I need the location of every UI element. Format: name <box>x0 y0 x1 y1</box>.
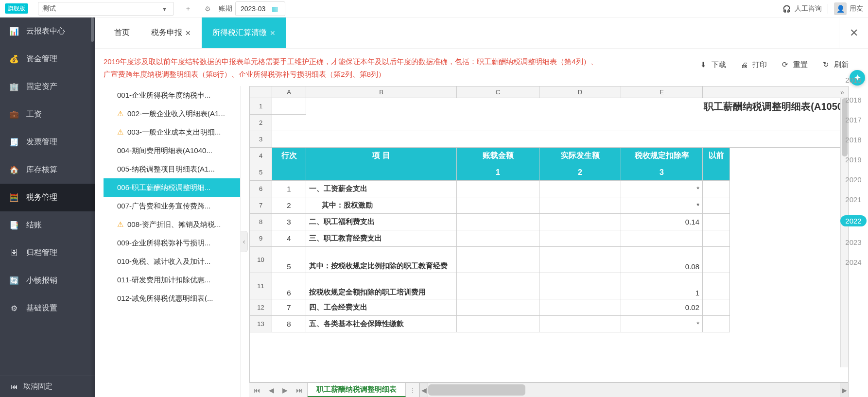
cell-e[interactable]: 1 <box>621 273 703 299</box>
cell-e[interactable] <box>621 230 703 247</box>
row-header[interactable]: 6 <box>250 181 272 197</box>
form-list-item[interactable]: ⚠003-一般企业成本支出明细... <box>104 123 240 141</box>
year-item[interactable]: 2015 <box>845 76 861 84</box>
spreadsheet-grid[interactable]: ABCDE1职工薪酬纳税调整明细表(A10505234行次项 目账载金额实际发生… <box>249 86 849 382</box>
row-header[interactable]: 11 <box>250 273 272 299</box>
close-all-tabs-button[interactable]: ✕ <box>839 17 868 48</box>
form-list-item[interactable]: 001-企业所得税年度纳税申... <box>104 86 240 104</box>
year-item[interactable]: 2024 <box>845 258 861 266</box>
cell-d[interactable] <box>539 299 621 316</box>
sidebar-item-settings[interactable]: ⚙基础设置 <box>0 294 95 322</box>
cell-f[interactable] <box>703 247 730 273</box>
cell-seq[interactable]: 2 <box>272 197 306 214</box>
year-item[interactable]: 2021 <box>845 195 861 204</box>
hscroll-thumb[interactable] <box>428 384 525 396</box>
form-list-item[interactable]: 009-企业所得税弥补亏损明... <box>104 234 240 252</box>
year-item[interactable]: 2016 <box>845 96 861 104</box>
form-list-item[interactable]: 007-广告费和业务宣传费跨... <box>104 197 240 215</box>
form-list-item[interactable]: 004-期间费用明细表(A1040... <box>104 141 240 160</box>
sidebar-scrollbar[interactable] <box>91 17 94 42</box>
cell-e[interactable]: 0.02 <box>621 299 703 316</box>
cell-f[interactable] <box>703 197 730 214</box>
year-item[interactable]: 2020 <box>845 175 861 184</box>
cell-d[interactable] <box>539 273 621 299</box>
cell-proj[interactable]: 五、各类基本社会保障性缴款 <box>306 316 457 332</box>
sheet-drag-handle[interactable]: ⋮ <box>406 383 419 397</box>
row-header[interactable]: 1 <box>250 98 272 115</box>
expand-handle[interactable]: » <box>837 87 848 98</box>
year-item[interactable]: 2018 <box>845 136 861 144</box>
cell-proj[interactable]: 按税收规定全额扣除的职工培训费用 <box>306 273 457 299</box>
form-list-item[interactable]: 012-减免所得税优惠明细表(... <box>104 289 240 308</box>
row-header[interactable]: 8 <box>250 214 272 230</box>
col-header[interactable]: C <box>457 86 539 98</box>
cell-f[interactable] <box>703 316 730 332</box>
print-button[interactable]: 🖨打印 <box>739 59 767 70</box>
year-item[interactable]: 2017 <box>845 116 861 124</box>
year-item[interactable]: 2019 <box>845 155 861 164</box>
form-list-item[interactable]: 005-纳税调整项目明细表(A1... <box>104 160 240 178</box>
hscroll-left-icon[interactable]: ◀ <box>419 383 428 397</box>
cell-seq[interactable]: 3 <box>272 214 306 230</box>
cell-f[interactable] <box>703 299 730 316</box>
tab-0[interactable]: 首页 <box>104 17 140 48</box>
reset-button[interactable]: ⟳重置 <box>780 59 808 70</box>
sidebar-item-invoice[interactable]: 🧾发票管理 <box>0 128 95 156</box>
cell-seq[interactable]: 4 <box>272 230 306 247</box>
close-icon[interactable]: ✕ <box>270 29 276 37</box>
sidebar-item-archive[interactable]: 🗄归档管理 <box>0 239 95 267</box>
plus-icon[interactable]: ＋ <box>183 3 193 14</box>
cell-proj[interactable]: 一、工资薪金支出 <box>306 181 457 197</box>
form-list-item[interactable]: 011-研发费用加计扣除优惠... <box>104 271 240 289</box>
company-select[interactable]: 测试 ▾ <box>38 2 174 16</box>
sheet-next-icon[interactable]: ▶ <box>282 386 288 394</box>
sidebar-item-close-acct[interactable]: 📑结账 <box>0 211 95 239</box>
cell-d[interactable] <box>539 197 621 214</box>
cell-c[interactable] <box>457 197 539 214</box>
sidebar-item-building[interactable]: 🏢固定资产 <box>0 73 95 101</box>
cell-seq[interactable]: 8 <box>272 316 306 332</box>
collapse-handle[interactable]: ‹ <box>241 231 248 252</box>
sheet-first-icon[interactable]: ⏮ <box>254 386 260 394</box>
col-header[interactable]: B <box>306 86 457 98</box>
user-menu[interactable]: 👤 用友 <box>834 2 863 15</box>
col-header[interactable]: D <box>539 86 621 98</box>
gear-icon[interactable]: ⚙ <box>202 3 213 14</box>
row-header[interactable]: 12 <box>250 299 272 316</box>
support-button[interactable]: 🎧 人工咨询 <box>781 3 822 14</box>
cell-f[interactable] <box>703 181 730 197</box>
tab-2[interactable]: 所得税汇算清缴✕ <box>202 17 286 48</box>
cell-proj[interactable]: 二、职工福利费支出 <box>306 214 457 230</box>
cell[interactable] <box>272 115 848 131</box>
cell-seq[interactable]: 7 <box>272 299 306 316</box>
cell-e[interactable]: * <box>621 316 703 332</box>
cell-seq[interactable]: 1 <box>272 181 306 197</box>
cell-proj[interactable]: 四、工会经费支出 <box>306 299 457 316</box>
sidebar-item-tax[interactable]: 🧮税务管理 <box>0 184 95 211</box>
cell[interactable] <box>272 98 306 115</box>
row-header[interactable]: 2 <box>250 115 272 131</box>
year-item[interactable]: 2023 <box>845 238 861 246</box>
cell-proj[interactable]: 其中：股权激励 <box>306 197 457 214</box>
cell-e[interactable]: * <box>621 181 703 197</box>
cell-d[interactable] <box>539 247 621 273</box>
hscroll-right-icon[interactable]: ▶ <box>840 383 849 397</box>
col-header[interactable]: E <box>621 86 703 98</box>
cell-c[interactable] <box>457 214 539 230</box>
sheet-tab-active[interactable]: 职工薪酬纳税调整明细表 <box>308 383 406 397</box>
form-list-item[interactable]: 006-职工薪酬纳税调整明细... <box>104 178 240 197</box>
cell-d[interactable] <box>539 181 621 197</box>
sidebar-item-report[interactable]: 🔄小畅报销 <box>0 267 95 294</box>
sidebar-item-money[interactable]: 💰资金管理 <box>0 45 95 73</box>
row-header[interactable]: 4 <box>250 148 272 164</box>
cell-c[interactable] <box>457 273 539 299</box>
unpin-button[interactable]: ⏮ 取消固定 <box>0 376 95 397</box>
cell-c[interactable] <box>457 316 539 332</box>
form-list-item[interactable]: 010-免税、减计收入及加计... <box>104 252 240 271</box>
cell-proj[interactable]: 三、职工教育经费支出 <box>306 230 457 247</box>
form-list-item[interactable]: ⚠002-一般企业收入明细表(A1... <box>104 104 240 123</box>
col-header[interactable]: A <box>272 86 306 98</box>
cell-proj[interactable]: 其中：按税收规定比例扣除的职工教育经费 <box>306 247 457 273</box>
cell-c[interactable] <box>457 299 539 316</box>
cell-e[interactable]: * <box>621 197 703 214</box>
